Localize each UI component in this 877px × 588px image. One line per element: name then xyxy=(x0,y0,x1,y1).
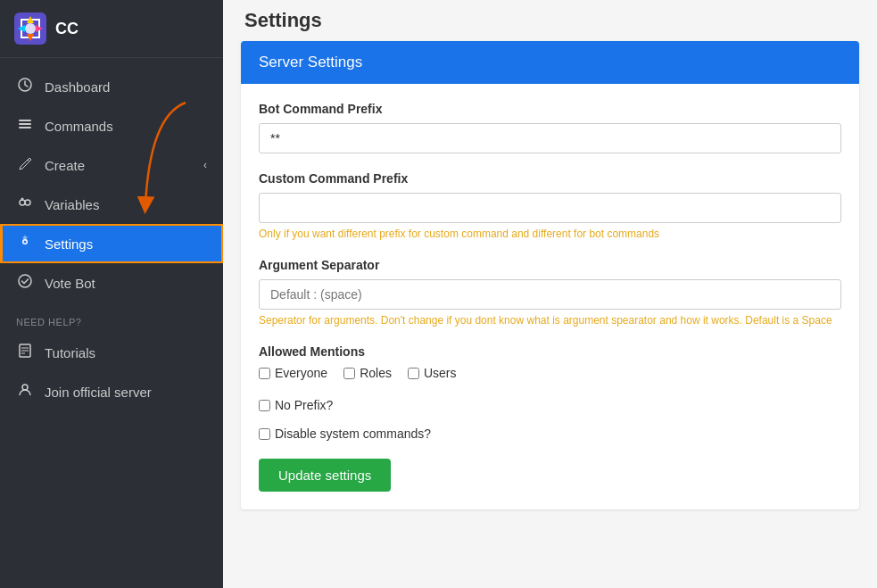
bot-command-prefix-group: Bot Command Prefix xyxy=(259,102,841,153)
sidebar-item-settings[interactable]: Settings xyxy=(0,224,223,263)
sidebar-item-dashboard-label: Dashboard xyxy=(45,79,110,95)
no-prefix-group[interactable]: No Prefix? xyxy=(259,398,841,412)
sidebar-item-join-official-server[interactable]: Join official server xyxy=(0,372,223,411)
mention-users-checkbox[interactable] xyxy=(408,368,419,379)
no-prefix-label: No Prefix? xyxy=(275,398,333,412)
mentions-checkbox-group: Everyone Roles Users xyxy=(259,366,841,380)
svg-rect-10 xyxy=(19,127,31,128)
allowed-mentions-group: Allowed Mentions Everyone Roles Users xyxy=(259,344,841,380)
mention-roles-label: Roles xyxy=(360,366,392,380)
page-title: Settings xyxy=(223,0,877,41)
bot-command-prefix-label: Bot Command Prefix xyxy=(259,102,841,116)
join-server-icon xyxy=(16,383,34,401)
svg-rect-8 xyxy=(19,120,31,121)
mention-roles-item[interactable]: Roles xyxy=(343,366,392,380)
sidebar-item-variables-label: Variables xyxy=(45,197,99,212)
settings-card: Server Settings Bot Command Prefix Custo… xyxy=(241,41,859,509)
svg-point-14 xyxy=(19,275,31,287)
sidebar-item-vote-bot[interactable]: Vote Bot xyxy=(0,263,223,302)
update-settings-button[interactable]: Update settings xyxy=(259,459,391,492)
custom-command-prefix-input[interactable] xyxy=(259,193,841,223)
custom-command-prefix-group: Custom Command Prefix Only if you want d… xyxy=(259,171,841,240)
app-logo xyxy=(14,12,46,45)
argument-separator-hint: Seperator for arguments. Don't change if… xyxy=(259,314,841,327)
settings-card-header: Server Settings xyxy=(241,41,859,84)
custom-command-prefix-hint: Only if you want different prefix for cu… xyxy=(259,228,841,240)
sidebar-item-create[interactable]: Create ‹ xyxy=(0,145,223,185)
mention-users-label: Users xyxy=(424,366,457,380)
sidebar-header: CC xyxy=(0,0,223,58)
create-icon xyxy=(16,156,34,174)
commands-icon xyxy=(16,117,34,135)
sidebar-item-join-official-server-label: Join official server xyxy=(45,385,152,400)
mention-users-item[interactable]: Users xyxy=(408,366,457,380)
argument-separator-group: Argument Separator Seperator for argumen… xyxy=(259,258,841,327)
variables-icon xyxy=(16,195,34,213)
tutorials-icon xyxy=(16,344,34,361)
disable-system-commands-label: Disable system commands? xyxy=(275,427,431,441)
no-prefix-checkbox[interactable] xyxy=(259,400,270,411)
disable-system-commands-group[interactable]: Disable system commands? xyxy=(259,427,841,441)
sidebar-item-vote-bot-label: Vote Bot xyxy=(45,276,95,291)
dashboard-icon xyxy=(16,78,34,95)
sidebar-item-commands[interactable]: Commands xyxy=(0,106,223,145)
svg-rect-9 xyxy=(19,123,31,125)
vote-bot-icon xyxy=(16,274,34,292)
allowed-mentions-label: Allowed Mentions xyxy=(259,344,841,359)
main-content: Settings Server Settings Bot Command Pre… xyxy=(223,0,877,588)
argument-separator-label: Argument Separator xyxy=(259,258,841,272)
argument-separator-input[interactable] xyxy=(259,279,841,310)
sidebar-item-commands-label: Commands xyxy=(45,119,113,134)
custom-command-prefix-label: Custom Command Prefix xyxy=(259,171,841,186)
sidebar-navigation: Dashboard Commands Create ‹ Variables xyxy=(0,58,223,588)
need-help-label: NEED HELP? xyxy=(0,302,223,333)
sidebar-item-settings-label: Settings xyxy=(45,236,93,252)
svg-point-12 xyxy=(25,200,30,205)
sidebar-item-tutorials[interactable]: Tutorials xyxy=(0,333,223,372)
svg-point-13 xyxy=(21,198,24,201)
svg-point-19 xyxy=(22,385,28,390)
settings-icon xyxy=(16,235,34,253)
mention-everyone-item[interactable]: Everyone xyxy=(259,366,327,380)
sidebar-item-tutorials-label: Tutorials xyxy=(45,345,95,360)
create-arrow-icon: ‹ xyxy=(203,159,207,171)
sidebar-item-variables[interactable]: Variables xyxy=(0,185,223,224)
sidebar-title: CC xyxy=(55,20,79,38)
settings-body: Bot Command Prefix Custom Command Prefix… xyxy=(241,84,859,509)
mention-everyone-label: Everyone xyxy=(275,366,327,380)
sidebar: CC Dashboard Commands Create ‹ xyxy=(0,0,223,588)
mention-everyone-checkbox[interactable] xyxy=(259,368,270,379)
svg-point-11 xyxy=(20,200,25,205)
sidebar-item-dashboard[interactable]: Dashboard xyxy=(0,67,223,106)
bot-command-prefix-input[interactable] xyxy=(259,123,841,153)
sidebar-item-create-label: Create xyxy=(45,158,85,173)
svg-point-2 xyxy=(25,23,36,34)
mention-roles-checkbox[interactable] xyxy=(343,368,355,379)
disable-system-commands-checkbox[interactable] xyxy=(259,428,270,440)
